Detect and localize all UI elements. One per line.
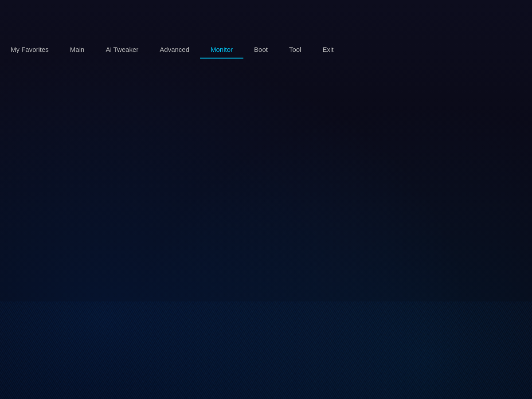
nav-my-favorites[interactable]: My Favorites [0, 40, 59, 59]
nav-ai-tweaker[interactable]: Ai Tweaker [95, 40, 149, 59]
nav-advanced[interactable]: Advanced [149, 40, 200, 59]
nav-exit[interactable]: Exit [312, 40, 344, 59]
nav-tool[interactable]: Tool [278, 40, 312, 59]
nav-boot[interactable]: Boot [243, 40, 278, 59]
nav-main[interactable]: Main [59, 40, 95, 59]
nav-monitor[interactable]: Monitor [200, 40, 243, 59]
